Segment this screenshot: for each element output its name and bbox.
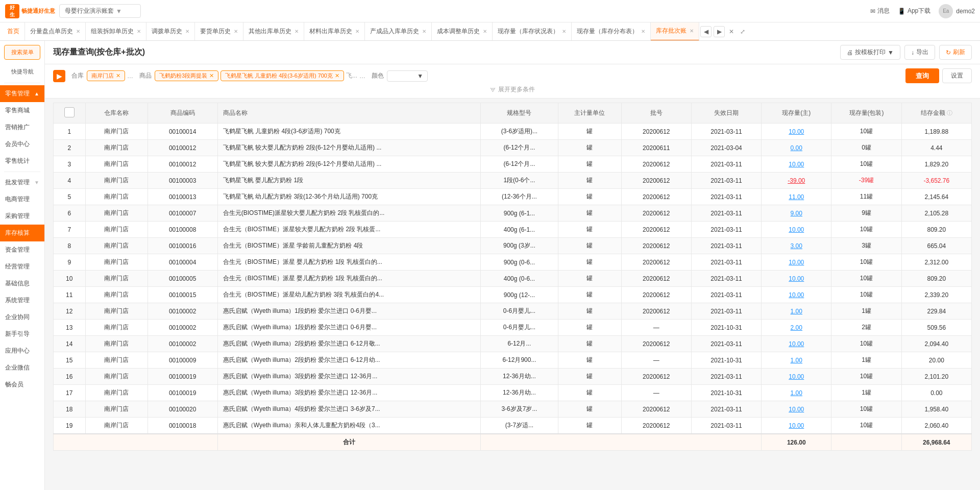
tab-product-in[interactable]: 产成品入库单历史 ✕ [365, 22, 432, 41]
table-row: 11 南岸门店 00100015 合生元（BIOSTIME）派星幼儿配方奶粉 3… [54, 287, 972, 303]
row-stock-main[interactable]: 10.00 [762, 287, 831, 303]
goods-tag-remove-2[interactable]: ✕ [335, 72, 339, 79]
sidebar-item-marketing[interactable]: 营销推广 [0, 119, 44, 136]
row-balance: 2,105.28 [901, 205, 971, 222]
tab-close-icon[interactable]: ✕ [234, 29, 238, 34]
row-stock-main[interactable]: 3.00 [762, 238, 831, 254]
sidebar-item-retail[interactable]: 零售管理 ▲ [0, 85, 44, 102]
color-dropdown[interactable]: ▼ [387, 70, 428, 82]
row-unit: 罐 [558, 124, 622, 140]
sidebar-item-retail-stats[interactable]: 零售统计 [0, 153, 44, 169]
shortcut-nav-item[interactable]: 快捷导航 [2, 65, 42, 78]
print-btn[interactable]: 🖨 按模板打印 ▼ [840, 45, 900, 60]
tab-current-dist[interactable]: 现存量（库存分布表）✕ [572, 22, 651, 41]
sidebar-item-appstore[interactable]: 应用中心 [0, 342, 44, 359]
tab-inventory-split[interactable]: 分量盘点单历史 ✕ [25, 22, 86, 41]
sidebar-item-wholesale[interactable]: 批发管理 ▼ [0, 174, 44, 191]
sidebar-item-base[interactable]: 基础信息 [0, 275, 44, 292]
row-stock-pkg: 10罐 [831, 271, 901, 287]
row-stock-main[interactable]: 10.00 [762, 124, 831, 140]
sidebar-item-guide[interactable]: 新手引导 [0, 326, 44, 342]
tab-prev-btn[interactable]: ◀ [700, 26, 712, 37]
balance-info-icon[interactable]: ⓘ [947, 110, 952, 116]
tab-close-icon[interactable]: ✕ [422, 29, 426, 34]
tab-close-icon[interactable]: ✕ [185, 29, 189, 34]
workspace-selector[interactable]: 母婴行业演示账套 ▼ [59, 4, 141, 18]
row-stock-main[interactable]: -39.00 [762, 173, 831, 189]
message-btn[interactable]: ✉ 消息 [870, 7, 890, 15]
row-stock-main[interactable]: 10.00 [762, 418, 831, 434]
row-stock-main[interactable]: 10.00 [762, 401, 831, 418]
refresh-btn[interactable]: ↻ 刷新 [939, 45, 972, 60]
query-btn[interactable]: 查询 [905, 68, 939, 83]
sidebar-item-ecommerce[interactable]: 电商管理 [0, 191, 44, 208]
row-code: 00100005 [148, 271, 217, 287]
export-btn[interactable]: ↓ 导出 [904, 45, 935, 60]
filter-more-warehouse[interactable]: … [127, 72, 133, 80]
row-stock-main[interactable]: 0.00 [762, 140, 831, 156]
row-stock-main[interactable]: 10.00 [762, 156, 831, 173]
expand-conditions-btn[interactable]: ⩔ 展开更多条件 [490, 85, 535, 94]
goods-tag-2[interactable]: 飞鹤星飞帆 儿童奶粉 4段(3-6岁适用) 700克 ✕ [220, 70, 344, 81]
tab-maximize-btn[interactable]: ⤢ [737, 26, 748, 37]
row-stock-main[interactable]: 10.00 [762, 336, 831, 352]
row-stock-main[interactable]: 9.00 [762, 205, 831, 222]
row-stock-main[interactable]: 1.00 [762, 303, 831, 320]
tab-batch-voucher[interactable]: 库存批次账 ✕ [651, 22, 699, 41]
sidebar-item-label: 新手引导 [5, 330, 30, 338]
sidebar-item-member[interactable]: 会员中心 [0, 136, 44, 153]
row-stock-main[interactable]: 11.00 [762, 189, 831, 205]
filter-more-goods[interactable]: 飞... [346, 71, 357, 80]
row-stock-main[interactable]: 10.00 [762, 369, 831, 385]
tab-home[interactable]: 首页 [2, 22, 25, 41]
tab-combo[interactable]: 组装拆卸单历史 ✕ [86, 22, 146, 41]
data-table: 仓库名称 商品编码 商品名称 规格型号 主计量单位 批号 失效日期 现存量(主)… [53, 103, 972, 451]
row-code: 00100018 [148, 418, 217, 434]
row-stock-main[interactable]: 10.00 [762, 254, 831, 271]
user-area[interactable]: Ea demo2 [939, 4, 975, 18]
row-stock-pkg: 10罐 [831, 336, 901, 352]
sidebar-item-inventory[interactable]: 库存核算 [0, 225, 44, 241]
goods-tag-1[interactable]: 飞鹤奶粉3段两提装 ✕ [155, 70, 218, 81]
settings-btn[interactable]: 设置 [942, 68, 972, 83]
tab-close-icon[interactable]: ✕ [690, 28, 694, 34]
goods-tag-remove-1[interactable]: ✕ [209, 72, 214, 79]
filter-expand-btn[interactable]: ▶ [53, 70, 65, 82]
warehouse-tag-remove[interactable]: ✕ [116, 72, 120, 79]
tab-close-icon[interactable]: ✕ [137, 29, 141, 34]
sidebar-item-member2[interactable]: 畅会员 [0, 376, 44, 393]
tab-material-out[interactable]: 材料出库单历史 ✕ [304, 22, 365, 41]
tab-close-all-btn[interactable]: ✕ [726, 26, 737, 37]
row-name: 飞鹤星飞帆 较大婴儿配方奶粉 2段(6-12个月婴幼儿适用) ... [217, 140, 480, 156]
row-stock-main[interactable]: 1.00 [762, 352, 831, 369]
sidebar-item-purchase[interactable]: 采购管理 [0, 208, 44, 225]
search-menu-btn[interactable]: 搜索菜单 [4, 45, 40, 60]
tab-mix[interactable]: 调拨单历史 ✕ [146, 22, 195, 41]
sidebar-item-system[interactable]: 系统管理 [0, 292, 44, 309]
warehouse-tag[interactable]: 南岸门店 ✕ [87, 70, 125, 81]
header-checkbox[interactable] [64, 107, 75, 117]
tab-close-icon[interactable]: ✕ [76, 29, 80, 34]
sidebar-item-retail-shop[interactable]: 零售商城 [0, 102, 44, 119]
sidebar-item-finance[interactable]: 资金管理 [0, 241, 44, 258]
sidebar-item-wechat-ent[interactable]: 企业微信 [0, 359, 44, 376]
tab-close-icon[interactable]: ✕ [562, 29, 566, 34]
row-stock-main[interactable]: 2.00 [762, 320, 831, 336]
sidebar-item-operations[interactable]: 经营管理 [0, 258, 44, 275]
row-stock-main[interactable]: 10.00 [762, 222, 831, 238]
row-stock-main[interactable]: 10.00 [762, 271, 831, 287]
tab-current-status[interactable]: 现存量（库存状况表）✕ [493, 22, 572, 41]
tab-cost-adjust[interactable]: 成本调整单历史 ✕ [432, 22, 493, 41]
row-stock-pkg: 2罐 [831, 320, 901, 336]
tab-request[interactable]: 要货单历史 ✕ [195, 22, 243, 41]
tab-close-icon[interactable]: ✕ [483, 29, 487, 34]
sidebar-item-enterprise[interactable]: 企业协同 [0, 309, 44, 326]
app-download-btn[interactable]: 📱 App下载 [898, 7, 930, 15]
tab-close-icon[interactable]: ✕ [355, 29, 359, 34]
tab-close-icon[interactable]: ✕ [295, 29, 299, 34]
tab-next-btn[interactable]: ▶ [714, 26, 725, 37]
tab-other-out[interactable]: 其他出库单历史 ✕ [243, 22, 304, 41]
row-stock-main[interactable]: 1.00 [762, 385, 831, 401]
tab-close-icon[interactable]: ✕ [641, 29, 645, 34]
filter-dots-goods[interactable]: … [359, 72, 365, 80]
